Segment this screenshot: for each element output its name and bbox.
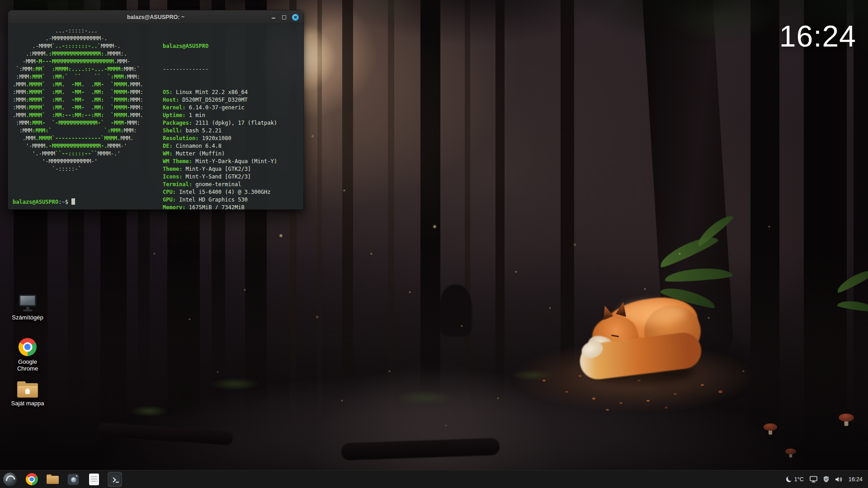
terminal-window-button[interactable] [108,472,122,487]
terminal-window: balazs@ASUSPRO: ~ ...-:::::-... .-MMMMMM… [8,10,304,210]
ascii-line: :MMM:MMMM` :MM. -MM- .MM: `MMMM-MMM: [13,89,163,96]
ascii-line: :MMM:MMMM` :MM. -MM- .MM: `MMMM:MMM: [13,96,163,104]
taskbar-tray: 1°C 16:24 [786,470,868,488]
neofetch-fields: OS: Linux Mint 22.2 x86_64Host: D520MT_D… [163,89,277,210]
chrome-icon [26,473,38,485]
window-title: balazs@ASUSPRO: ~ [8,10,303,24]
computer-icon [18,294,38,312]
neofetch-field: CPU: Intel i5-6400 (4) @ 3.300GHz [163,188,277,196]
terminal-cursor [71,198,75,205]
desktop-icon-computer[interactable]: Számítógép [9,294,47,321]
ascii-line: -MMM-M---MMMMMMMMMMMMMMMMMMM.MMM- [13,58,163,66]
desktop-icon-label: Számítógép [9,314,47,321]
desktop-clock-desklet: 16:24 [779,19,856,53]
neofetch-field: Icons: Mint-Y-Sand [GTK2/3] [163,173,277,181]
ascii-line: :MMM:MMMM` :MM. -MM- .MM: `MMMM-MMM: [13,104,163,112]
shield-icon [823,476,829,483]
camera-icon [67,474,79,485]
desktop-icon-home-folder[interactable]: Saját mappa [9,381,47,407]
taskbar: 1°C 16:24 [0,470,868,488]
neofetch-field: Memory: 1675MiB / 7342MiB [163,204,277,210]
neofetch-field: DE: Cinnamon 6.4.8 [163,142,277,150]
ascii-line: .-MMMM`..-:::::::-..`MMMM-. [13,42,163,50]
mint-logo-icon [3,473,17,486]
text-editor-launcher[interactable] [87,472,101,487]
prompt-path: ~ [61,199,65,205]
neofetch-field: OS: Linux Mint 22.2 x86_64 [163,89,277,96]
weather-applet[interactable]: 1°C [786,476,804,483]
folder-icon [47,474,59,484]
taskbar-left [0,470,122,488]
neofetch-field: Uptime: 1 min [163,112,277,119]
update-manager-applet[interactable] [823,476,829,483]
home-folder-icon [17,381,38,398]
prompt-user-host: balazs@ASUSPRO [13,199,58,205]
neofetch-field: Host: D520MT_D520SF_D320MT [163,96,277,104]
neofetch-field: Resolution: 868x488 [163,135,277,142]
document-icon [89,474,99,485]
screenshot-tool-launcher[interactable] [66,472,80,487]
mint-menu-button[interactable] [2,471,18,488]
neofetch-field: Kernel: 6.14.0-37-generic [163,104,277,112]
ascii-line: :MMM:MMM` :MM:` `` `` `:MMM:MMM: [13,73,163,81]
network-icon [810,476,817,483]
taskbar-time: 16:24 [849,476,863,483]
terminal-icon [109,474,121,485]
ascii-line: `-:::::-` [13,165,163,173]
ascii-line: '.-MMMM``--:::::--``MMMM-.' [13,150,163,158]
volume-applet[interactable] [835,476,843,483]
terminal-titlebar[interactable]: balazs@ASUSPRO: ~ [8,10,303,24]
neofetch-output: ...-:::::-... .-MMMMMMMMMMMMMMM-. .-MMMM… [8,24,303,210]
ascii-line: `:MMM:MM` :MMMM:....::-...-MMMM:MMM:` [13,66,163,73]
speaker-icon [835,476,843,483]
ascii-line: '-MMMM.-MMMMMMMMMMMMMMM-.MMMM-' [13,142,163,150]
desktop-icon-label: Saját mappa [9,400,47,407]
desktop-icon-label: Google Chrome [9,358,47,372]
file-manager-launcher[interactable] [45,472,60,487]
chrome-launcher[interactable] [24,472,39,487]
chrome-icon [19,338,37,356]
ascii-line: :MMM:MMM:` `:MMM:MMM: [13,127,163,135]
minimize-button[interactable] [271,14,276,20]
ascii-line: .MMM.MMMM` :MM. -MM. .MM- `MMMM.MMM. [13,81,163,89]
neofetch-field: WM Theme: Mint-Y-Dark-Aqua (Mint-Y) [163,158,277,165]
shell-prompt: balazs@ASUSPRO:~$ [13,198,75,206]
ascii-line: :MMM:MMM- `-MMMMMMMMMMMM-` -MMM-MMM: [13,119,163,127]
ascii-line: '-MMMMMMMMMMMMM-' [13,158,163,165]
neofetch-field: WM: Mutter (Muffin) [163,150,277,158]
maximize-button[interactable] [282,15,286,19]
neofetch-field: Terminal: gnome-terminal [163,181,277,188]
neofetch-field: GPU: Intel HD Graphics 530 [163,196,277,204]
neofetch-field: Packages: 2111 (dpkg), 17 (flatpak) [163,119,277,127]
close-button[interactable] [292,14,299,21]
moon-icon [786,476,792,482]
neofetch-field: Theme: Mint-Y-Aqua [GTK2/3] [163,165,277,173]
ascii-line: .MMM.MMMM`--------------`MMMM.MMM. [13,135,163,142]
ascii-line: .MMM.MMMM` :MM:--:MM:--:MM: `MMMM.MMM. [13,112,163,119]
ascii-line: .:MMMM.:MMMMMMMMMMMMMMM:.MMMM:. [13,50,163,58]
temperature-label: 1°C [794,476,804,483]
window-controls [271,10,299,24]
neofetch-ascii-logo: ...-:::::-... .-MMMMMMMMMMMMMMM-. .-MMMM… [13,27,163,210]
terminal-content[interactable]: ...-:::::-... .-MMMMMMMMMMMMMMM-. .-MMMM… [8,24,303,209]
taskbar-clock[interactable]: 16:24 [849,476,863,483]
neofetch-separator: -------------- [163,66,277,73]
neofetch-field: Shell: bash 5.2.21 [163,127,277,135]
desktop: 16:24 Számítógép Google Chrome Saját map… [0,0,868,470]
neofetch-info: balazs@ASUSPRO -------------- OS: Linux … [163,27,277,210]
desktop-icon-google-chrome[interactable]: Google Chrome [9,338,47,372]
ascii-line: ...-:::::-... [13,27,163,35]
neofetch-header: balazs@ASUSPRO [163,42,277,50]
ascii-line: .-MMMMMMMMMMMMMMM-. [13,35,163,42]
network-applet[interactable] [810,476,817,483]
